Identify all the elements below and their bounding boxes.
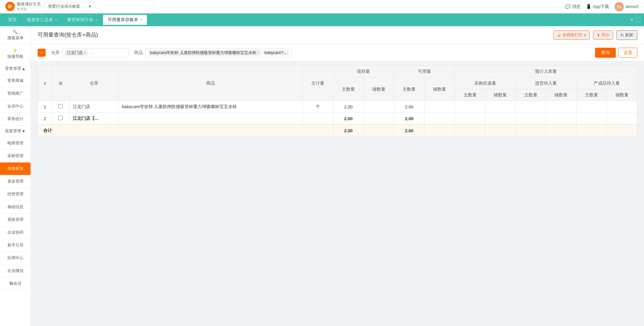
footer-stock-main: 2.00 [333,125,364,137]
tab-available-ledger-close[interactable]: × [140,18,142,22]
th-finished-main: 主数量 [576,89,607,101]
tab-order-stats[interactable]: 要货单统计表 × [62,15,102,25]
sidebar-search-label: 搜索菜单 [7,35,23,41]
warehouse-tag-1: 江北门店 × [65,50,88,56]
sidebar-item-sys-mgmt[interactable]: 系统管理 [0,214,31,226]
tab-order-stats-close[interactable]: × [95,18,97,22]
sidebar-item-ops-mgmt[interactable]: 经营管理 [0,188,31,201]
row2-checkbox[interactable] [58,116,63,120]
sidebar-item-enterprise-collab[interactable]: 企业协同 [0,226,31,239]
row1-incoming-aux [546,101,577,113]
sidebar-retail-mall-label: 零售商城 [7,78,23,84]
maximize-btn[interactable]: ⛶ [636,17,641,22]
row1-purchase-aux [485,101,516,113]
sidebar-quick-nav-label: 快捷导航 [7,54,23,59]
row1-stock-main: 2.00 [333,101,364,113]
template-print-btn[interactable]: 🖨 按模板打印 ▾ [553,31,590,40]
tab-receive[interactable]: 收发存汇总表 × [22,15,62,25]
content-area: 可用量查询(按仓库+商品) 🖨 按模板打印 ▾ ⬆ 导出 ↻ 刷新 » [31,26,644,326]
sidebar-item-finance-mgmt[interactable]: 资金管理 [0,175,31,188]
export-btn[interactable]: ⬆ 导出 [593,31,613,40]
sidebar-wholesale-mgmt-label: 批发管理 [5,128,21,134]
tab-available-ledger-label: 可用量库存账本 [108,17,138,23]
logo-sub: 标准版 [17,7,41,11]
sidebar-member-center-label: 会员中心 [7,103,23,109]
row1-checkbox[interactable] [58,104,63,108]
refresh-label: 刷新 [625,32,633,38]
sidebar-item-ecommerce[interactable]: 电商管理 [0,137,31,150]
user-area[interactable]: Ea demo2 [614,2,639,11]
nav-icon: ⚡ [13,48,18,53]
th-seq: # [38,66,52,101]
message-btn[interactable]: 💬 消息 [565,4,581,10]
sidebar-item-wholesale-mgmt[interactable]: 批发管理 ▼ [0,126,31,137]
print-icon: 🖨 [557,33,561,38]
sidebar-retail-mgmt-label: 零售管理 [5,66,21,72]
th-stock-main: 主数量 [333,78,364,101]
app-download-btn[interactable]: 📱 App下载 [586,4,609,10]
sidebar-item-retail-mall[interactable]: 零售商城 [0,75,31,87]
warehouse-tag-text: 江北门店 [67,50,83,56]
row1-check[interactable] [52,101,69,113]
sidebar-item-retail-stats[interactable]: 零售统计 [0,113,31,126]
product-tag-1-close[interactable]: × [257,51,259,55]
tab-home[interactable]: 首页 [3,15,21,25]
expand-filter-btn[interactable]: » [38,49,46,57]
sidebar-app-center-label: 应用中心 [7,255,23,261]
th-forecast-group: 预计入库量 [455,66,637,78]
sidebar-enterprise-collab-label: 企业协同 [7,230,23,235]
product-tag-1: babycare学饮杯 儿童防摔防撞吸管杯重力球吸嘴杯宝宝水杯 × [148,50,261,56]
query-btn[interactable]: 查询 [595,48,616,58]
sidebar-item-new-guide[interactable]: 新手引导 [0,239,31,252]
warehouse-label: 仓库 [51,50,60,56]
refresh-icon: ↻ [621,33,624,38]
close-all-tabs-btn[interactable]: × [630,17,633,23]
sidebar-item-app-center[interactable]: 应用中心 [0,252,31,265]
row2-check[interactable] [52,113,69,125]
sidebar-item-member[interactable]: 畅会员 [0,277,31,290]
footer-total-row: 合计 2.00 2.00 [38,125,637,137]
row1-unit: 个 [303,101,333,113]
sidebar-item-inventory-check[interactable]: 库存核算 [0,162,31,175]
warehouse-more-btn[interactable]: ··· [89,50,93,55]
row1-finished-main [576,101,607,113]
footer-purchase-main [455,125,485,137]
message-icon: 💬 [565,4,571,9]
row2-finished-aux [607,113,637,125]
th-settings-gear[interactable]: ⚙ [52,66,69,101]
sidebar-item-enterprise-wechat[interactable]: 企业微信 [0,265,31,277]
message-label: 消息 [572,4,581,10]
row2-warehouse: 江北门店【... [69,113,118,125]
sidebar-quick-nav[interactable]: ⚡ 快捷导航 [0,45,31,63]
footer-finished-main [576,125,607,137]
settings-btn[interactable]: 设置 [619,48,637,58]
sidebar-item-retail-mgmt[interactable]: 零售管理 ▲ [0,63,31,75]
sidebar-item-member-center[interactable]: 会员中心 [0,100,31,113]
store-selector[interactable]: 母婴行业演示账套 ▾ [44,2,95,11]
tab-receive-close[interactable]: × [55,18,57,22]
row2-stock-aux [364,113,394,125]
warehouse-tags-input[interactable]: 江北门店 × ··· [62,48,129,57]
row2-incoming-aux [546,113,577,125]
top-bar-right: 💬 消息 📱 App下载 Ea demo2 [565,2,639,11]
product-filter: 商品 babycare学饮杯 儿童防摔防撞吸管杯重力球吸嘴杯宝宝水杯 × bab… [134,48,292,57]
footer-incoming-main [516,125,546,137]
sidebar-item-marketing[interactable]: 营销推广 [0,87,31,100]
logo-icon: 好 [5,2,15,11]
logo-text: 畅捷通好生意 [17,2,41,6]
warehouse-tag-close[interactable]: × [84,51,86,55]
top-bar-left: 好 畅捷通好生意 标准版 母婴行业演示账套 ▾ [5,2,95,11]
sidebar-item-basic-info[interactable]: 基础信息 [0,201,31,214]
refresh-btn[interactable]: ↻ 刷新 [616,30,637,40]
tab-available-ledger[interactable]: 可用量库存账本 × [103,15,147,25]
filter-bar: » 仓库 江北门店 × ··· 商品 babycare学饮杯 儿童防摔防撞吸管杯… [31,44,644,61]
th-incoming-sub: 进货待入量 [516,78,576,89]
sidebar-item-purchase-mgmt[interactable]: 采购管理 [0,150,31,162]
product-tags-input[interactable]: babycare学饮杯 儿童防摔防撞吸管杯重力球吸嘴杯宝宝水杯 × babyca… [145,48,292,57]
sidebar-search[interactable]: 🔍 搜索菜单 [0,26,31,45]
tab-receive-label: 收发存汇总表 [27,17,53,23]
th-stock-group: 现存量 [333,66,394,78]
logo-text-block: 畅捷通好生意 标准版 [17,2,41,11]
sidebar-sys-mgmt-label: 系统管理 [7,217,23,223]
sidebar-ecommerce-label: 电商管理 [7,140,23,146]
